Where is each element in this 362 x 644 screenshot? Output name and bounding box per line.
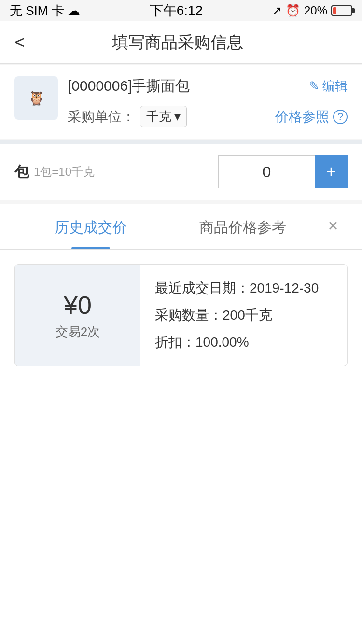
signal-text: 无 SIM 卡 ☁ [10,2,80,19]
purchase-unit-row: 采购单位： 千克 ▾ 价格参照 ? [68,106,348,127]
main-background [0,381,362,644]
quantity-input[interactable] [218,155,315,188]
battery-text: 20% [304,4,327,17]
qty-value: 200千克 [223,308,272,322]
date-value: 2019-12-30 [250,280,319,295]
unit-value: 千克 [146,108,171,125]
quantity-section: 包 1包=10千克 + [0,140,362,200]
alarm-icon: ⏰ [286,4,300,17]
edit-icon: ✎ [309,79,320,94]
discount-label: 折扣： [155,335,195,350]
tab-history-price[interactable]: 历史成交价 [14,204,167,249]
unit-label: 采购单位： [68,108,135,126]
increment-button[interactable]: + [315,155,348,188]
discount-value: 100.00% [195,335,249,350]
price-detail-discount: 折扣：100.00% [155,333,333,351]
help-icon: ? [333,110,348,124]
unit-left: 采购单位： 千克 ▾ [68,106,187,127]
qty-label: 采购数量： [155,308,223,322]
price-amount: ¥0 [64,291,92,320]
price-card-right: 最近成交日期：2019-12-30 采购数量：200千克 折扣：100.00% [140,265,347,366]
product-row: 🦉 [0000006]手撕面包 ✎ 编辑 采购单位： 千克 ▾ 价格 [14,76,348,127]
quantity-row: 包 1包=10千克 + [0,144,362,200]
status-bar: 无 SIM 卡 ☁ 下午6:12 ↗ ⏰ 20% [0,0,362,21]
quantity-label: 包 1包=10千克 [14,162,95,182]
tab-section: 历史成交价 商品价格参考 × ¥0 交易2次 最近成交日期：2019-12-30… [0,204,362,644]
location-icon: ↗ [272,4,282,17]
tab-close-button[interactable]: × [319,216,348,238]
date-label: 最近成交日期： [155,280,250,295]
product-name-row: [0000006]手撕面包 ✎ 编辑 [68,76,348,96]
unit-selector[interactable]: 千克 ▾ [140,106,187,127]
back-button[interactable]: < [14,32,34,53]
header: < 填写商品采购信息 [0,21,362,64]
product-info: [0000006]手撕面包 ✎ 编辑 采购单位： 千克 ▾ 价格参照 ? [58,76,348,127]
unit-conversion: 1包=10千克 [34,164,95,180]
card-area: ¥0 交易2次 最近成交日期：2019-12-30 采购数量：200千克 折扣：… [0,250,362,381]
edit-button[interactable]: ✎ 编辑 [309,78,348,95]
edit-label: 编辑 [322,78,348,95]
status-right: ↗ ⏰ 20% [272,4,352,17]
price-detail-qty: 采购数量：200千克 [155,306,333,324]
tab-bar: 历史成交价 商品价格参考 × [0,204,362,250]
status-time: 下午6:12 [150,1,203,20]
tab-price-ref[interactable]: 商品价格参考 [167,204,319,249]
price-card: ¥0 交易2次 最近成交日期：2019-12-30 采购数量：200千克 折扣：… [14,264,348,366]
price-card-left: ¥0 交易2次 [15,265,140,366]
battery-icon [331,5,352,16]
price-ref-button[interactable]: 价格参照 ? [275,108,348,126]
status-left: 无 SIM 卡 ☁ [10,2,80,19]
price-detail-date: 最近成交日期：2019-12-30 [155,279,333,297]
chevron-down-icon: ▾ [174,109,181,124]
bag-unit-icon: 包 [14,162,29,182]
quantity-input-wrap: + [218,155,348,188]
price-times: 交易2次 [56,323,100,340]
page-title: 填写商品采购信息 [34,31,320,54]
product-thumbnail: 🦉 [14,76,58,120]
price-ref-label: 价格参照 [275,108,329,126]
product-name: [0000006]手撕面包 [68,76,190,96]
product-section: 🦉 [0000006]手撕面包 ✎ 编辑 采购单位： 千克 ▾ 价格 [0,65,362,139]
